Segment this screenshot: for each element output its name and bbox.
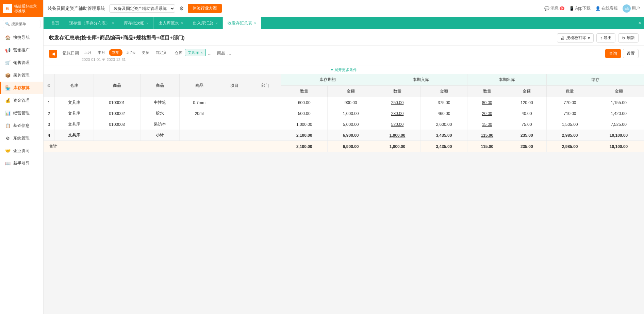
online-service-button[interactable]: 👤 在线客服 [595,5,618,11]
user-avatar: Ea [623,4,631,13]
col-header-inbound-qty: 数量 [374,86,421,97]
col-header-opening-amt: 金额 [328,86,374,97]
total-closing-amt: 10,100.00 [593,141,644,152]
row-warehouse: 文具库 [54,97,94,108]
date-this-month[interactable]: 本月 [95,49,108,56]
row-inbound-qty[interactable]: 520.00 [374,119,421,130]
row-project [219,130,250,141]
row-goods-spec: 20ml [179,108,219,119]
total-inbound-qty: 1,000.00 [374,141,421,152]
row-index: 3 [44,119,54,130]
row-goods-spec: 0.7mm [179,97,219,108]
row-outbound-qty[interactable]: 80.00 [467,97,507,108]
expand-more-button[interactable]: ▾ 展开更多条件 [331,67,357,72]
row-project [219,97,250,108]
tabbar-close-all[interactable]: × [638,20,641,26]
system-select[interactable]: 装备及固定资产辅助管理系统 [109,4,175,13]
settings-button[interactable]: 设置 [623,49,639,58]
sidebar-item-system[interactable]: ⚙ 系统管理 [0,132,43,145]
sidebar-item-guide[interactable]: 📖 新手引导 [0,157,43,170]
col-header-inbound: 本期入库 [374,74,467,86]
total-closing-qty: 2,985.00 [547,141,593,152]
col-header-outbound-amt: 金额 [507,86,547,97]
tab-inventory-dist[interactable]: 现存量（库存分布表） × [64,17,119,29]
table-wrap: ⚙ 仓库 商品 商品 商品 项目 部门 库存期初 本期入库 本期出库 [44,74,644,152]
tab-batch[interactable]: 库存批次账 × [119,17,153,29]
date-this-year[interactable]: 本年 [109,49,122,56]
row-inbound-qty[interactable]: 250.00 [374,97,421,108]
page-title: 收发存汇总表(按仓库+商品编码+商品+规格型号+项目+部门) [49,35,185,41]
purchase-icon: 📦 [5,73,11,78]
row-outbound-qty[interactable]: 15.00 [467,119,507,130]
date-custom[interactable]: 自定义 [153,49,169,56]
row-opening-amt: 6,900.00 [328,130,374,141]
user-area[interactable]: Ea 用户 [623,4,640,13]
goods-ellipsis[interactable]: ... [227,50,231,56]
sidebar-item-inventory[interactable]: 🏪 库存核算 [0,82,43,94]
print-icon: 🖨 [561,36,565,40]
sidebar-item-basic-info[interactable]: 📋 基础信息 [0,119,43,132]
sidebar-item-quick-nav[interactable]: 🏠 快捷导航 [0,31,43,44]
date-7days[interactable]: 近7天 [124,49,138,56]
row-closing-amt: 1,155.00 [593,97,644,108]
col-header-goods-code: 商品 [94,74,140,97]
search-menu-button[interactable]: 🔍 搜索菜单 [3,20,40,28]
row-goods-name: 胶水 [140,108,179,119]
expand-more-section: ▾ 展开更多条件 [44,66,644,74]
print-button[interactable]: 🖨 按模板打印 ▾ [557,33,594,43]
sidebar-item-marketing[interactable]: 📢 营销推广 [0,44,43,56]
row-inbound-qty[interactable]: 1,000.00 [374,130,421,141]
warehouse-ellipsis[interactable]: ... [208,50,212,56]
date-more[interactable]: 更多 [139,49,152,56]
expand-icon: ▾ [331,68,333,72]
tab-close-inventory-dist[interactable]: × [112,21,114,25]
marketing-icon: 📢 [5,48,11,53]
sidebar-item-sales[interactable]: 🛒 销售管理 [0,56,43,69]
refresh-button[interactable]: ↻ 刷新 [618,33,639,43]
export-button[interactable]: ↑ 导出 [596,33,615,43]
tab-close-inout-flow[interactable]: × [181,21,183,25]
tab-close-batch[interactable]: × [146,21,148,25]
guide-icon: 📖 [5,161,11,166]
tab-inout-flow[interactable]: 出入库流水 × [154,17,188,29]
row-warehouse: 文具库 [54,130,94,141]
row-outbound-amt: 120.00 [507,97,547,108]
row-goods-code: 0100002 [94,108,140,119]
app-download-button[interactable]: 📱 App下载 [569,5,591,11]
tab-inout-summary[interactable]: 出入库汇总 × [188,17,222,29]
settings-icon[interactable]: ⚙ [179,5,184,12]
sidebar-item-operations[interactable]: 📊 经营管理 [0,107,43,119]
row-goods-code [94,130,140,141]
logo-icon: 6 [3,4,12,13]
query-button[interactable]: 查询 [605,49,621,58]
sidebar-item-enterprise[interactable]: 🤝 企业协同 [0,145,43,157]
warehouse-tag: 文具库 × [185,49,205,56]
tab-close-inout-summary[interactable]: × [215,21,217,25]
sidebar-item-purchase[interactable]: 📦 采购管理 [0,69,43,82]
filter-bar: ◀ 记账日期 上月 本月 本年 近7天 更多 自定义 2023-01-01 [44,46,644,66]
tab-close-recv-send[interactable]: × [254,21,256,25]
date-last-month[interactable]: 上月 [82,49,94,56]
search-icon: 🔍 [5,22,10,26]
page-content: 收发存汇总表(按仓库+商品编码+商品+规格型号+项目+部门) 🖨 按模板打印 ▾… [44,29,644,314]
sidebar-item-finance[interactable]: 💰 资金管理 [0,94,43,107]
tab-recv-send-summary[interactable]: 收发存汇总表 × [223,17,261,29]
filter-toggle-button[interactable]: ◀ [49,50,57,58]
col-header-goods-name: 商品 [140,74,179,97]
trial-button[interactable]: 体验行业方案 [188,4,222,13]
messages-button[interactable]: 💬 消息 6 [544,5,564,11]
row-index: 2 [44,108,54,119]
col-header-inbound-amt: 金额 [421,86,467,97]
row-department [250,119,281,130]
tab-home[interactable]: 首页 [46,17,64,29]
table-row: 2文具库0100002胶水20ml500.001,000.00230.00460… [44,108,644,119]
warehouse-tag-close[interactable]: × [200,51,202,55]
row-inbound-qty[interactable]: 230.00 [374,108,421,119]
table-column-settings-icon[interactable]: ⚙ [47,83,51,88]
row-project [219,119,250,130]
row-opening-qty: 500.00 [281,108,328,119]
row-outbound-qty[interactable]: 115.00 [467,130,507,141]
total-outbound-qty: 115.00 [467,141,507,152]
row-outbound-qty[interactable]: 20.00 [467,108,507,119]
col-header-warehouse: 仓库 [54,74,94,97]
